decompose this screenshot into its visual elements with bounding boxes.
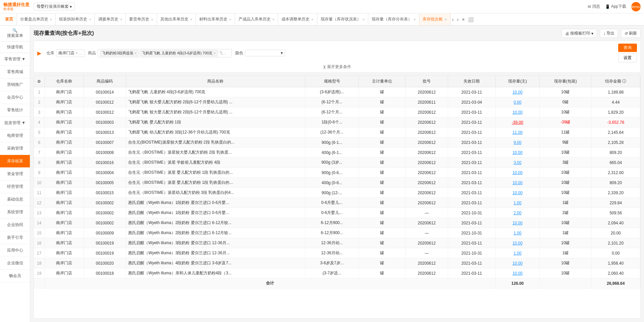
sidebar-item-retail-stats[interactable]: 零售统计 [0, 104, 30, 117]
row-batch: 20200612 [406, 148, 448, 158]
product-tag-1[interactable]: 飞鹤奶粉3段两提装 × [100, 50, 139, 56]
color-input[interactable]: ▾ [245, 50, 285, 56]
row-batch: 20200612 [406, 198, 448, 208]
product-tag-close-2[interactable]: × [213, 51, 215, 55]
sidebar-item-inventory[interactable]: 库存核算 [0, 155, 30, 168]
row-qty-main[interactable]: 10.00 [495, 107, 539, 117]
row-qty-main[interactable]: 3.00 [495, 158, 539, 168]
row-name: 合生元（BIOSTIME）派星 婴儿配方奶粉 1段 乳铁蛋白的... [126, 178, 305, 188]
expand-conditions-button[interactable]: ⊻ 展开更多条件 [323, 64, 351, 70]
warehouse-close-icon[interactable]: × [75, 51, 78, 55]
row-qty-main[interactable]: 10.00 [495, 258, 539, 268]
row-qty-main[interactable]: 10.00 [495, 87, 539, 97]
tab-fullscreen-button[interactable]: ⬜ [466, 17, 475, 22]
tab-close-qitachu[interactable]: × [190, 17, 192, 21]
row-qty-main[interactable]: 10.00 [495, 168, 539, 178]
app-download-button[interactable]: 📱 App下载 [605, 4, 626, 9]
row-unit: 罐 [359, 208, 406, 218]
filter-product: 商品 飞鹤奶粉3段两提装 × 飞鹤星飞帆 儿童奶粉 4段(3-6岁适用) 700… [88, 49, 232, 57]
tab-close-chengben[interactable]: × [311, 17, 313, 21]
tab-cailiao[interactable]: 材料出库单历史 × [196, 13, 235, 25]
query-button[interactable]: 查询 [618, 44, 637, 52]
row-code: 00100019 [84, 248, 126, 258]
product-input[interactable]: 飞鹤奶粉3段两提装 × 飞鹤星飞帆 儿童奶粉 4段(3-6岁适用) 700克 ×… [98, 49, 232, 57]
expand-filter-button[interactable]: ▶ [37, 50, 41, 56]
row-qty-main[interactable]: 10.00 [495, 148, 539, 158]
tab-home[interactable]: 首页 [2, 13, 17, 25]
tab-tiaob[interactable]: 调拨单历史 × [95, 13, 126, 25]
product-more[interactable]: 飞... [219, 50, 226, 56]
template-print-button[interactable]: 🖨 按模板打印 ▾ [561, 29, 597, 38]
sidebar-item-corpwechat[interactable]: 企业微信 [0, 257, 30, 270]
expand-icon: ⊻ [323, 65, 326, 69]
tab-close-zuchai[interactable]: × [89, 17, 91, 21]
product-tag-close-1[interactable]: × [135, 51, 137, 55]
warehouse-input[interactable]: 南岸门店 × ... [56, 49, 85, 57]
row-qty-main[interactable]: -39.00 [495, 117, 539, 127]
sidebar-item-finance[interactable]: 资金管理 [0, 168, 30, 180]
row-qty-main[interactable]: 9.00 [495, 138, 539, 148]
tab-yaohuo[interactable]: 要货单历史 × [126, 13, 157, 25]
row-name: 合生元（BIOSTIME）派星幼儿配方奶粉 3段 乳铁蛋白的4... [126, 188, 305, 198]
row-qty-main[interactable]: 10.00 [495, 188, 539, 198]
tab-close-cailiao[interactable]: × [229, 17, 231, 21]
tab-chanjin[interactable]: 产成品入库单历史 × [235, 13, 278, 25]
sidebar-item-retail-mgmt[interactable]: 零售管理 ▼ [0, 53, 30, 66]
tab-close-xianzai2[interactable]: × [414, 17, 416, 21]
sidebar-item-basic-info[interactable]: 基础信息 [0, 193, 30, 206]
tab-chengben[interactable]: 成本调整单历史 × [278, 13, 317, 25]
row-spec: 3-6岁及7岁... [305, 258, 359, 268]
sidebar-quick-nav[interactable]: 快捷导航 [0, 42, 30, 53]
row-qty-main[interactable]: 2.00 [495, 208, 539, 218]
tab-xianzai2[interactable]: 现存量（库存分布表） × [368, 13, 419, 25]
row-qty-main[interactable]: 1.00 [495, 198, 539, 208]
table-row: 1 南岸门店 00100014 飞鹤星飞帆 儿童奶粉 4段(3-6岁适用) 70… [34, 87, 640, 97]
sidebar-item-retail-shop[interactable]: 零售商城 [0, 66, 30, 78]
sidebar-item-purchase[interactable]: 采购管理 [0, 142, 30, 155]
sidebar-item-marketing[interactable]: 营销推广 [0, 78, 30, 91]
sidebar-item-newguide[interactable]: 新手引导 [0, 231, 30, 244]
tab-close-chanjin[interactable]: × [272, 17, 274, 21]
sidebar-item-appcenter[interactable]: 应用中心 [0, 244, 30, 257]
sidebar-item-wholesale[interactable]: 批发管理 ▼ [0, 117, 30, 129]
product-tag-2[interactable]: 飞鹤星飞帆 儿童奶粉 4段(3-6岁适用) 700克 × [140, 50, 218, 56]
tab-close-fenpan[interactable]: × [50, 17, 52, 21]
sidebar-item-ecommerce[interactable]: 电商管理 [0, 129, 30, 142]
tab-close-pipici[interactable]: × [444, 17, 446, 21]
sidebar-item-corp-collab[interactable]: 企业协同 [0, 219, 30, 231]
row-qty-main[interactable]: 10.00 [495, 268, 539, 278]
tab-pipici[interactable]: 库存批次账 × [419, 13, 450, 25]
sidebar-item-operation[interactable]: 经营管理 [0, 180, 30, 193]
sidebar-item-member2[interactable]: 畅会员 [0, 270, 30, 282]
row-qty-main[interactable]: 10.00 [495, 218, 539, 228]
row-qty-main[interactable]: 0.00 [495, 97, 539, 107]
tab-zuchai[interactable]: 组装拆卸单历史 × [56, 13, 95, 25]
tab-xianzai1[interactable]: 现存量（库存状况表） × [317, 13, 368, 25]
industry-selector[interactable]: 母婴行业演示账套 ▾ [34, 3, 75, 10]
export-button[interactable]: ↓ 导出 [600, 29, 618, 38]
sidebar-search[interactable]: 🔍 搜索菜单 [0, 25, 30, 42]
row-qty-main[interactable]: 10.00 [495, 178, 539, 188]
tab-close-xianzai1[interactable]: × [363, 17, 365, 21]
tab-fenpan[interactable]: 分量盘点单历史 × [17, 13, 56, 25]
user-avatar[interactable]: demo2 [631, 2, 641, 11]
tab-prev-button[interactable]: ‹ [450, 17, 455, 22]
row-qty-main[interactable]: 10.00 [495, 238, 539, 248]
row-qty-main[interactable]: 1.00 [495, 228, 539, 238]
settings-icon[interactable]: ⚙ [37, 79, 41, 84]
tab-next-button[interactable]: › [455, 17, 460, 22]
col-amount: 结存金额 ⓘ [591, 76, 640, 87]
settings-button[interactable]: 设置 [618, 53, 637, 62]
col-settings[interactable]: ⚙ [34, 76, 45, 87]
tab-close-tiaob[interactable]: × [120, 17, 122, 21]
refresh-button[interactable]: ↺ 刷新 [621, 29, 641, 38]
sidebar-item-system[interactable]: 系统管理 [0, 206, 30, 219]
tab-qitachu[interactable]: 其他出库单历史 × [157, 13, 196, 25]
row-qty-main[interactable]: 11.00 [495, 127, 539, 138]
tab-close-yaohuo[interactable]: × [151, 17, 153, 21]
message-button[interactable]: ✉ 消息 [588, 4, 600, 9]
row-qty-main[interactable]: 1.00 [495, 248, 539, 258]
sidebar-item-member[interactable]: 会员中心 [0, 91, 30, 104]
row-warehouse: 南岸门店 [45, 218, 84, 228]
tab-close-btn[interactable]: × [460, 17, 466, 22]
